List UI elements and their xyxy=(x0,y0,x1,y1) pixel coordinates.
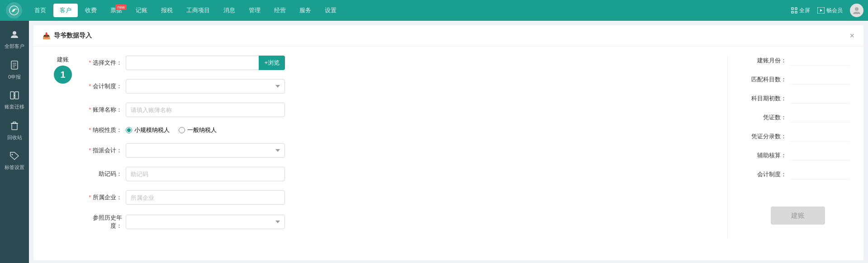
memo-input[interactable] xyxy=(126,167,285,181)
logo-icon xyxy=(9,5,19,15)
panel-title-icon: 📥 xyxy=(43,32,50,39)
file-row: * 选择文件： +浏览 xyxy=(86,56,285,70)
history-year-label: 参照历史年度： xyxy=(86,214,122,230)
logo-circle xyxy=(6,2,22,19)
info-accounting-system-value xyxy=(790,169,850,179)
company-row: * 所属企业： xyxy=(86,190,285,205)
nav-item-manage[interactable]: 管理 xyxy=(242,4,267,17)
info-accounting-system-label: 会计制度： xyxy=(746,170,787,178)
sidebar-item-recycle[interactable]: 回收站 xyxy=(1,117,28,146)
nav-item-customer[interactable]: 客户 xyxy=(53,4,78,17)
svg-rect-14 xyxy=(15,92,19,99)
fullscreen-icon xyxy=(791,7,797,14)
svg-rect-3 xyxy=(792,11,793,13)
nav-item-message[interactable]: 消息 xyxy=(217,4,242,17)
fullscreen-btn[interactable]: 全屏 xyxy=(791,7,810,14)
ledger-name-input[interactable] xyxy=(126,103,285,117)
history-year-row: 参照历史年度： xyxy=(86,214,285,230)
file-label: * 选择文件： xyxy=(86,59,122,67)
svg-rect-1 xyxy=(792,8,793,9)
nav-item-settings[interactable]: 设置 xyxy=(318,4,343,17)
step-number: 1 xyxy=(54,66,72,84)
svg-rect-2 xyxy=(795,8,797,9)
panel-body-wrapper: 建账 1 * 选择文件： +浏览 xyxy=(33,47,863,248)
info-accounting-month: 建账月份： xyxy=(746,56,850,66)
step-section: 建账 1 xyxy=(47,56,79,239)
tax-type-row: * 纳税性质： 小规模纳税人 一般纳税人 xyxy=(86,126,285,134)
nav-item-tax[interactable]: 报税 xyxy=(155,4,179,17)
sidebar-label-all-customers: 全部客户 xyxy=(5,43,24,50)
info-accounting-month-value xyxy=(790,56,850,66)
step-badge: 建账 1 xyxy=(47,56,79,84)
vip-btn[interactable]: 畅会员 xyxy=(817,7,843,14)
info-voucher-count-label: 凭证数： xyxy=(746,113,787,122)
account-migration-icon xyxy=(10,91,19,102)
avatar-icon xyxy=(852,6,861,15)
tax-general-radio[interactable] xyxy=(179,127,185,133)
browse-button[interactable]: +浏览 xyxy=(259,56,285,70)
nav-item-home[interactable]: 首页 xyxy=(28,4,52,17)
tag-settings-icon xyxy=(10,152,19,162)
avatar[interactable] xyxy=(850,4,863,17)
nav-item-account[interactable]: 记账 xyxy=(129,4,154,17)
tax-small-option[interactable]: 小规模纳税人 xyxy=(126,126,170,134)
ledger-name-row: * 账簿名称： xyxy=(86,103,285,117)
accounting-system-row: * 会计制度： xyxy=(86,79,285,94)
info-match-subject-value xyxy=(790,75,850,85)
vip-label: 畅会员 xyxy=(826,7,843,14)
info-voucher-entry-label: 凭证分录数： xyxy=(746,132,787,141)
info-voucher-count-value xyxy=(790,113,850,122)
left-area: 建账 1 * 选择文件： +浏览 xyxy=(47,56,723,239)
company-input[interactable] xyxy=(126,190,285,205)
sidebar-item-declaration[interactable]: 0申报 xyxy=(1,56,28,85)
sidebar-label-account-migration: 账套迁移 xyxy=(5,103,24,110)
sidebar: 全部客户 0申报 账套迁移 回收站 标签设置 xyxy=(0,21,29,263)
info-subject-initial-value xyxy=(790,94,850,103)
section-divider xyxy=(727,56,728,239)
build-btn-area: 建账 xyxy=(746,188,850,225)
declaration-icon xyxy=(10,61,19,72)
sidebar-item-account-migration[interactable]: 账套迁移 xyxy=(1,87,28,115)
nav-item-bizproject[interactable]: 工商项目 xyxy=(180,4,216,17)
history-year-select[interactable] xyxy=(126,215,285,229)
svg-rect-13 xyxy=(10,92,14,99)
accountant-select[interactable] xyxy=(126,143,285,158)
accountant-row: * 指派会计： xyxy=(86,143,285,158)
fullscreen-label: 全屏 xyxy=(799,7,810,14)
tax-general-option[interactable]: 一般纳税人 xyxy=(179,126,217,134)
nav-item-operation[interactable]: 经营 xyxy=(268,4,292,17)
info-accounting-month-label: 建账月份： xyxy=(746,56,787,65)
nav-item-invoice[interactable]: 票据 new xyxy=(104,4,128,17)
svg-point-8 xyxy=(13,31,16,35)
info-voucher-entry: 凭证分录数： xyxy=(746,132,850,141)
main-content: 📥 导爷数据导入 × 建账 1 xyxy=(29,21,868,263)
memo-label: 助记码： xyxy=(86,170,122,178)
build-account-button[interactable]: 建账 xyxy=(771,207,825,225)
nav-item-fee[interactable]: 收费 xyxy=(79,4,103,17)
memo-row: 助记码： xyxy=(86,167,285,181)
sidebar-label-tag-settings: 标签设置 xyxy=(5,164,24,171)
tax-general-label: 一般纳税人 xyxy=(187,126,217,134)
panel-close-button[interactable]: × xyxy=(849,32,854,40)
svg-point-21 xyxy=(12,154,13,155)
svg-rect-4 xyxy=(795,11,797,13)
company-label: * 所属企业： xyxy=(86,193,122,202)
recycle-icon xyxy=(10,121,19,132)
info-voucher-entry-value xyxy=(790,132,850,141)
accounting-system-label: * 会计制度： xyxy=(86,82,122,90)
accountant-label: * 指派会计： xyxy=(86,146,122,155)
info-section: 建账月份： 匹配科目数： 科目期初数： 凭证数： xyxy=(732,56,850,239)
tax-type-label: * 纳税性质： xyxy=(86,126,122,134)
sidebar-item-all-customers[interactable]: 全部客户 xyxy=(1,25,28,54)
nav-item-service[interactable]: 服务 xyxy=(293,4,318,17)
nav-items: 首页 客户 收费 票据 new 记账 报税 工商项目 消息 管理 经营 服务 设… xyxy=(28,4,791,17)
sidebar-item-tag-settings[interactable]: 标签设置 xyxy=(1,147,28,175)
info-match-subject: 匹配科目数： xyxy=(746,75,850,85)
info-subject-initial-label: 科目期初数： xyxy=(746,94,787,103)
top-nav: 首页 客户 收费 票据 new 记账 报税 工商项目 消息 管理 经营 服务 设… xyxy=(0,0,868,21)
panel-title: 📥 导爷数据导入 xyxy=(43,32,92,40)
file-input[interactable] xyxy=(126,56,259,70)
sidebar-label-declaration: 0申报 xyxy=(8,74,21,80)
tax-small-radio[interactable] xyxy=(126,127,132,133)
accounting-system-select[interactable] xyxy=(126,79,285,94)
